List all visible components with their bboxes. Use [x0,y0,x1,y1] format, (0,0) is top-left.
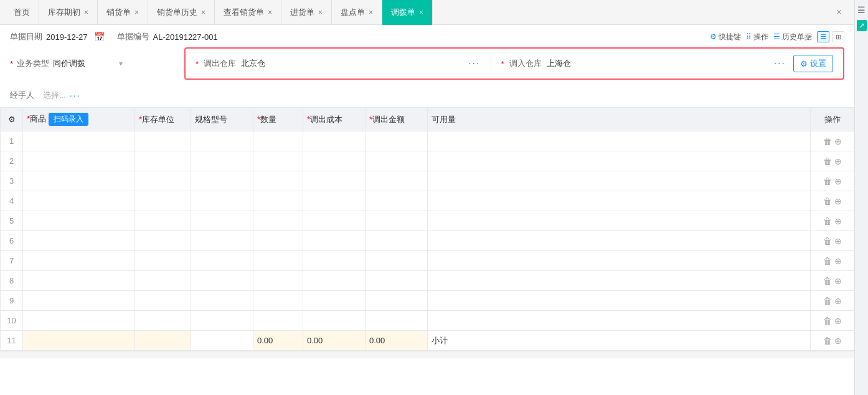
settings-button[interactable]: ⚙ 设置 [793,55,833,72]
copy-row-icon[interactable]: ⊕ [834,336,842,346]
cell-spec[interactable] [191,311,253,331]
cell-unit[interactable] [135,311,191,331]
cell-product[interactable] [23,331,135,351]
cell-product[interactable] [23,271,135,291]
cell-unit[interactable] [135,171,191,191]
delete-row-icon[interactable]: 🗑 [823,256,832,266]
cell-cost[interactable] [303,191,366,211]
cell-quantity[interactable] [253,251,303,271]
cell-product[interactable] [23,291,135,311]
delete-row-icon[interactable]: 🗑 [823,316,832,326]
delete-row-icon[interactable]: 🗑 [823,196,832,206]
tab-purchase-close[interactable]: × [318,8,323,17]
copy-row-icon[interactable]: ⊕ [834,176,842,186]
cell-spec[interactable] [191,131,253,151]
cell-spec[interactable] [191,191,253,211]
business-type-dropdown[interactable]: ▾ [119,59,123,68]
cell-cost[interactable] [303,251,366,271]
cell-product[interactable] [23,251,135,271]
copy-row-icon[interactable]: ⊕ [834,256,842,266]
layout-icon-2[interactable]: ⊞ [832,31,844,42]
cell-product[interactable] [23,231,135,251]
shortcut-action[interactable]: ⚙ 快捷键 [710,32,741,42]
cell-quantity[interactable]: 0.00 [253,331,303,351]
copy-row-icon[interactable]: ⊕ [834,136,842,146]
delete-row-icon[interactable]: 🗑 [823,136,832,146]
copy-row-icon[interactable]: ⊕ [834,316,842,326]
tab-transfer[interactable]: 调拨单 × [382,0,433,25]
tab-home[interactable]: 首页 [5,0,39,25]
date-value[interactable]: 2019-12-27 [46,32,88,42]
warehouse-out-value[interactable]: 北京仓 [241,58,265,69]
sidebar-list-icon[interactable]: ☰ [857,5,866,15]
warehouse-in-more[interactable]: ··· [774,58,786,69]
cell-quantity[interactable] [253,231,303,251]
cell-amount[interactable] [366,311,428,331]
cell-spec[interactable] [191,271,253,291]
tab-purchase[interactable]: 进货单 × [281,0,332,25]
cell-quantity[interactable] [253,131,303,151]
cell-spec[interactable] [191,331,253,351]
cell-cost[interactable] [303,271,366,291]
cell-amount[interactable] [366,211,428,231]
calendar-icon[interactable]: 📅 [94,32,105,42]
cell-amount[interactable] [366,291,428,311]
cell-product[interactable] [23,191,135,211]
cell-amount[interactable] [366,191,428,211]
tab-inventory-init-close[interactable]: × [84,8,88,17]
cell-unit[interactable] [135,251,191,271]
cell-spec[interactable] [191,231,253,251]
delete-row-icon[interactable]: 🗑 [823,276,832,286]
warehouse-in-value[interactable]: 上海仓 [547,58,571,69]
tab-view-sales-close[interactable]: × [268,8,272,17]
col-settings[interactable]: ⚙ [1,108,23,131]
cell-cost[interactable] [303,171,366,191]
delete-row-icon[interactable]: 🗑 [823,336,832,346]
cell-spec[interactable] [191,211,253,231]
cell-cost[interactable]: 0.00 [303,331,366,351]
delete-row-icon[interactable]: 🗑 [823,156,832,166]
copy-row-icon[interactable]: ⊕ [834,276,842,286]
tab-inventory-check[interactable]: 盘点单 × [332,0,382,25]
cell-amount[interactable] [366,131,428,151]
operations-action[interactable]: ⠿ 操作 [746,32,768,42]
handler-select[interactable]: 选择... [43,90,66,101]
cell-amount[interactable] [366,251,428,271]
cell-quantity[interactable] [253,151,303,171]
tab-sales-order-close[interactable]: × [134,8,139,17]
scan-button[interactable]: 扫码录入 [49,113,88,126]
history-action[interactable]: ☰ 历史单据 [773,32,812,42]
delete-row-icon[interactable]: 🗑 [823,216,832,226]
cell-spec[interactable] [191,171,253,191]
cell-product[interactable] [23,131,135,151]
cell-quantity[interactable] [253,171,303,191]
copy-row-icon[interactable]: ⊕ [834,296,842,306]
cell-amount[interactable] [366,271,428,291]
cell-unit[interactable] [135,291,191,311]
copy-row-icon[interactable]: ⊕ [834,216,842,226]
cell-product[interactable] [23,151,135,171]
warehouse-out-more[interactable]: ··· [468,58,480,69]
cell-cost[interactable] [303,311,366,331]
cell-cost[interactable] [303,211,366,231]
cell-unit[interactable] [135,131,191,151]
bottom-scroll[interactable] [0,351,854,358]
cell-cost[interactable] [303,131,366,151]
tab-transfer-close[interactable]: × [419,8,423,17]
cell-amount[interactable] [366,171,428,191]
tab-sales-history[interactable]: 销货单历史 × [148,0,215,25]
sidebar-expand-icon[interactable]: ↗ [857,20,867,31]
tab-sales-order[interactable]: 销货单 × [98,0,148,25]
cell-amount[interactable]: 0.00 [366,331,428,351]
cell-spec[interactable] [191,251,253,271]
cell-cost[interactable] [303,231,366,251]
cell-amount[interactable] [366,151,428,171]
cell-product[interactable] [23,171,135,191]
delete-row-icon[interactable]: 🗑 [823,236,832,246]
cell-spec[interactable] [191,291,253,311]
handler-more[interactable]: ··· [70,90,81,100]
cell-unit[interactable] [135,151,191,171]
tab-view-sales[interactable]: 查看销货单 × [215,0,281,25]
cell-quantity[interactable] [253,311,303,331]
cell-unit[interactable] [135,191,191,211]
